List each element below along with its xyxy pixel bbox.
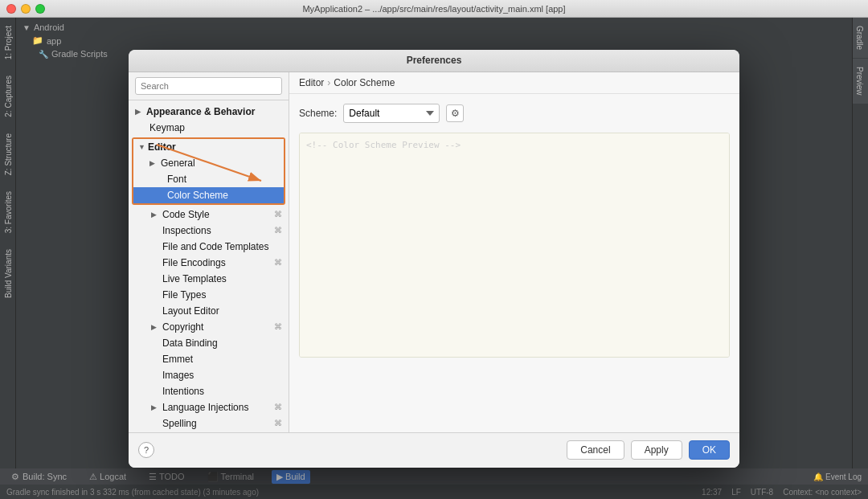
help-button[interactable]: ? [138, 442, 154, 458]
scheme-label: Scheme: [299, 108, 337, 119]
scheme-select[interactable]: Default Darcula High contrast IntelliJ L… [343, 104, 440, 123]
chevron-right-icon: ▶ [151, 323, 161, 331]
cancel-button[interactable]: Cancel [567, 440, 624, 460]
preferences-dialog: Preferences ▶ Appearance & Behavior [129, 50, 739, 468]
sidebar-item-file-encodings[interactable]: File Encodings ⌘ [129, 255, 289, 271]
chevron-right-icon: ▶ [151, 211, 161, 219]
spelling-label: Spelling [162, 418, 197, 429]
layout-editor-label: Layout Editor [162, 305, 219, 317]
breadcrumb: Editor › Color Scheme [289, 72, 739, 94]
intentions-label: Intentions [162, 386, 204, 397]
sidebar-item-data-binding[interactable]: Data Binding [129, 335, 289, 351]
gear-icon: ⚙ [451, 108, 460, 119]
apply-button[interactable]: Apply [631, 440, 682, 460]
window-title: MyApplication2 – .../app/src/main/res/la… [302, 4, 565, 14]
breadcrumb-parent: Editor [299, 77, 324, 88]
language-injections-label: Language Injections [162, 402, 248, 413]
editor-section: ▼ Editor ▶ General Font [132, 137, 285, 205]
color-scheme-preview: <!-- Color Scheme Preview --> [299, 133, 730, 358]
shortcut-icon: ⌘ [274, 226, 282, 235]
copyright-label: Copyright [162, 321, 203, 333]
file-code-templates-label: File and Code Templates [162, 241, 269, 252]
breadcrumb-current: Color Scheme [334, 77, 395, 88]
sidebar-item-appearance[interactable]: ▶ Appearance & Behavior [129, 104, 289, 120]
breadcrumb-separator: › [327, 77, 330, 88]
shortcut-icon: ⌘ [274, 403, 282, 411]
sidebar-item-copyright[interactable]: ▶ Copyright ⌘ [129, 319, 289, 335]
search-input[interactable] [135, 77, 282, 95]
sidebar-item-file-types[interactable]: File Types [129, 287, 289, 303]
sidebar-item-language-injections[interactable]: ▶ Language Injections ⌘ [129, 399, 289, 415]
live-templates-label: Live Templates [162, 273, 227, 284]
sidebar-item-file-code-templates[interactable]: File and Code Templates [129, 239, 289, 255]
maximize-button[interactable] [35, 4, 45, 14]
dialog-titlebar: Preferences [129, 50, 739, 72]
dialog-nav-panel: ▶ Appearance & Behavior Keymap ▼ [129, 72, 289, 432]
sidebar-item-color-scheme[interactable]: Color Scheme [133, 187, 284, 203]
images-label: Images [162, 370, 194, 381]
sidebar-item-code-style[interactable]: ▶ Code Style ⌘ [129, 207, 289, 223]
editor-label: Editor [148, 141, 176, 153]
sidebar-item-general[interactable]: ▶ General [133, 155, 284, 171]
emmet-label: Emmet [162, 354, 193, 365]
minimize-button[interactable] [21, 4, 31, 14]
title-bar: MyApplication2 – .../app/src/main/res/la… [0, 0, 868, 18]
shortcut-icon: ⌘ [274, 419, 282, 427]
search-box [129, 72, 289, 100]
shortcut-icon: ⌘ [274, 210, 282, 219]
font-label: Font [167, 174, 186, 185]
code-style-label: Code Style [162, 209, 210, 220]
chevron-right-icon: ▶ [151, 403, 161, 411]
content-area: Scheme: Default Darcula High contrast In… [289, 94, 739, 432]
sidebar-item-keymap[interactable]: Keymap [129, 120, 289, 136]
sidebar-item-editor[interactable]: ▼ Editor [133, 139, 284, 155]
inspections-label: Inspections [162, 225, 211, 236]
dialog-footer: ? Cancel Apply OK [129, 432, 739, 468]
file-encodings-label: File Encodings [162, 257, 226, 268]
chevron-down-icon: ▼ [138, 143, 148, 151]
modal-overlay: Preferences ▶ Appearance & Behavior [0, 18, 868, 499]
sidebar-item-layout-editor[interactable]: Layout Editor [129, 303, 289, 319]
chevron-right-icon: ▶ [135, 108, 145, 116]
ide-background: 1: Project 2: Captures Z: Structure 3: F… [0, 18, 868, 499]
sidebar-item-intentions[interactable]: Intentions [129, 383, 289, 399]
general-label: General [161, 157, 195, 169]
gear-button[interactable]: ⚙ [446, 104, 464, 122]
window-controls [6, 4, 45, 14]
shortcut-icon: ⌘ [274, 258, 282, 267]
nav-tree: ▶ Appearance & Behavior Keymap ▼ [129, 100, 289, 432]
scheme-row: Scheme: Default Darcula High contrast In… [299, 104, 730, 123]
ok-button[interactable]: OK [689, 440, 730, 460]
chevron-right-icon: ▶ [149, 159, 159, 167]
data-binding-label: Data Binding [162, 337, 218, 349]
sidebar-item-spelling[interactable]: Spelling ⌘ [129, 415, 289, 432]
dialog-title: Preferences [407, 55, 462, 66]
sidebar-item-live-templates[interactable]: Live Templates [129, 271, 289, 287]
appearance-label: Appearance & Behavior [146, 106, 255, 117]
sidebar-item-font[interactable]: Font [133, 171, 284, 187]
dialog-body: ▶ Appearance & Behavior Keymap ▼ [129, 72, 739, 432]
keymap-label: Keymap [149, 122, 185, 133]
sidebar-item-emmet[interactable]: Emmet [129, 351, 289, 367]
color-scheme-label: Color Scheme [167, 190, 228, 201]
file-types-label: File Types [162, 289, 206, 301]
help-icon: ? [144, 445, 149, 455]
sidebar-item-inspections[interactable]: Inspections ⌘ [129, 223, 289, 239]
sidebar-item-images[interactable]: Images [129, 367, 289, 383]
close-button[interactable] [6, 4, 16, 14]
dialog-content-panel: Editor › Color Scheme Scheme: Default Da… [289, 72, 739, 432]
shortcut-icon: ⌘ [274, 322, 282, 331]
